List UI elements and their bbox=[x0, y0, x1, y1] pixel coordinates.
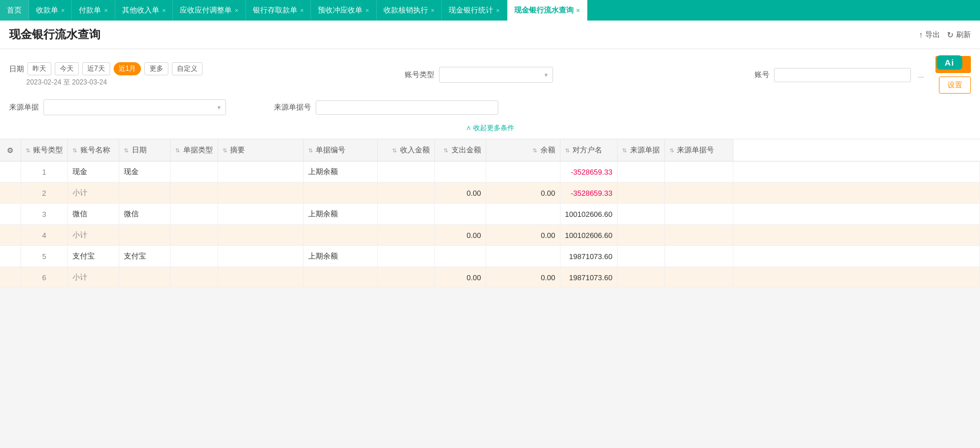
th-label: 余额 bbox=[541, 146, 555, 154]
th-src-doc[interactable]: ⇅ 来源单据 bbox=[617, 139, 664, 162]
top-nav: 首页 收款单 × 付款单 × 其他收入单 × 应收应付调整单 × 银行存取款单 … bbox=[0, 0, 980, 21]
th-label: 账号类型 bbox=[33, 146, 63, 154]
th-gear[interactable]: ⚙ bbox=[0, 139, 21, 162]
td-expense bbox=[486, 162, 560, 183]
nav-item-other-income[interactable]: 其他收入单 × bbox=[115, 0, 173, 21]
nav-close-icon[interactable]: × bbox=[104, 7, 107, 14]
th-label: 来源单据 bbox=[630, 146, 660, 154]
nav-item-cash-bank-flow[interactable]: 现金银行流水查询 × bbox=[507, 0, 587, 21]
sort-icon: ⇅ bbox=[533, 147, 537, 154]
td-src-doc-no bbox=[733, 267, 979, 288]
sort-icon: ⇅ bbox=[26, 147, 30, 154]
dropdown-icon: ▾ bbox=[545, 71, 548, 79]
sort-icon: ⇅ bbox=[392, 147, 397, 154]
table-row[interactable]: 4 小计 0.00 0.00 100102606.60 bbox=[0, 225, 980, 246]
table-row[interactable]: 5 支付宝 支付宝 上期余额 19871073.60 bbox=[0, 246, 980, 267]
td-summary bbox=[303, 183, 377, 204]
date-btn-more[interactable]: 更多 bbox=[144, 62, 168, 75]
date-label: 日期 bbox=[9, 64, 24, 74]
settings-button[interactable]: 设置 bbox=[939, 76, 971, 94]
th-date[interactable]: ⇅ 日期 bbox=[119, 139, 171, 162]
td-income: 0.00 bbox=[434, 183, 486, 204]
more-options-btn[interactable]: ... bbox=[913, 71, 929, 79]
td-expense: 0.00 bbox=[486, 225, 560, 246]
th-counterparty[interactable]: ⇅ 对方户名 bbox=[560, 139, 617, 162]
sort-icon: ⇅ bbox=[175, 147, 180, 154]
td-summary: 上期余额 bbox=[303, 204, 377, 225]
td-src-doc bbox=[664, 162, 733, 183]
th-acct-name[interactable]: ⇅ 账号名称 bbox=[68, 139, 119, 162]
acct-no-input[interactable] bbox=[774, 68, 911, 82]
table-row[interactable]: 2 小计 0.00 0.00 -3528659.33 bbox=[0, 183, 980, 204]
data-table: ⚙ ⇅ 账号类型 ⇅ 账号名称 ⇅ 日期 ⇅ 单据类型 bbox=[0, 139, 980, 288]
nav-item-prepay-offset[interactable]: 预收冲应收单 × bbox=[311, 0, 376, 21]
date-btn-yesterday[interactable]: 昨天 bbox=[27, 62, 51, 75]
nav-close-icon[interactable]: × bbox=[496, 7, 499, 14]
td-acct-type: 微信 bbox=[68, 204, 119, 225]
td-src-doc bbox=[664, 267, 733, 288]
th-balance[interactable]: ⇅ 余额 bbox=[486, 139, 560, 162]
collapse-bar[interactable]: ∧ 收起更多条件 bbox=[9, 121, 971, 134]
td-income: 0.00 bbox=[434, 267, 486, 288]
th-src-doc-no[interactable]: ⇅ 来源单据号 bbox=[664, 139, 733, 162]
td-src-doc-no bbox=[733, 162, 979, 183]
header-actions: ↑ 导出 ↻ 刷新 bbox=[919, 30, 971, 40]
refresh-button[interactable]: ↻ 刷新 bbox=[947, 30, 971, 40]
date-btn-custom[interactable]: 自定义 bbox=[172, 62, 203, 75]
acct-type-select[interactable]: ▾ bbox=[439, 67, 553, 83]
table-row[interactable]: 3 微信 微信 上期余额 100102606.60 bbox=[0, 204, 980, 225]
td-counterparty bbox=[617, 162, 664, 183]
table-row[interactable]: 1 现金 现金 上期余额 -3528659.33 bbox=[0, 162, 980, 183]
nav-close-icon[interactable]: × bbox=[61, 7, 64, 14]
sort-icon: ⇅ bbox=[565, 147, 570, 154]
source-doc-select[interactable]: ▾ bbox=[43, 99, 226, 115]
refresh-icon: ↻ bbox=[947, 30, 954, 39]
nav-item-bank-deposit[interactable]: 银行存取款单 × bbox=[246, 0, 311, 21]
sort-icon: ⇅ bbox=[443, 147, 448, 154]
td-doc-type bbox=[217, 225, 303, 246]
date-btn-1month[interactable]: 近1月 bbox=[114, 62, 142, 75]
table-row[interactable]: 6 小计 0.00 0.00 19871073.60 bbox=[0, 267, 980, 288]
td-doc-type bbox=[217, 162, 303, 183]
th-expense[interactable]: ⇅ 支出金额 bbox=[434, 139, 486, 162]
nav-close-icon[interactable]: × bbox=[235, 7, 238, 14]
nav-item-home[interactable]: 首页 bbox=[0, 0, 29, 21]
td-expense bbox=[486, 204, 560, 225]
filter-row-2: 来源单据 ▾ 来源单据号 bbox=[9, 99, 971, 115]
nav-close-icon[interactable]: × bbox=[162, 7, 166, 14]
th-doc-no[interactable]: ⇅ 单据编号 bbox=[303, 139, 377, 162]
nav-close-icon[interactable]: × bbox=[300, 7, 304, 14]
source-doc-no-input[interactable] bbox=[316, 100, 498, 115]
nav-item-payment[interactable]: 付款单 × bbox=[72, 0, 115, 21]
td-acct-name bbox=[119, 267, 171, 288]
td-counterparty bbox=[617, 204, 664, 225]
nav-close-icon[interactable]: × bbox=[365, 7, 369, 14]
td-acct-type: 小计 bbox=[68, 267, 119, 288]
th-acct-type[interactable]: ⇅ 账号类型 bbox=[21, 139, 68, 162]
nav-label: 银行存取款单 bbox=[253, 5, 297, 15]
refresh-label: 刷新 bbox=[956, 30, 971, 40]
export-button[interactable]: ↑ 导出 bbox=[919, 30, 940, 40]
td-income bbox=[434, 162, 486, 183]
nav-item-collection-exec[interactable]: 收款核销执行 × bbox=[377, 0, 442, 21]
td-summary: 上期余额 bbox=[303, 162, 377, 183]
td-income: 0.00 bbox=[434, 225, 486, 246]
td-row-idx: 4 bbox=[21, 225, 68, 246]
td-acct-name: 微信 bbox=[119, 204, 171, 225]
th-doc-type[interactable]: ⇅ 单据类型 bbox=[171, 139, 218, 162]
collapse-icon: ∧ bbox=[466, 124, 471, 132]
nav-close-icon[interactable]: × bbox=[431, 7, 434, 14]
td-gear bbox=[0, 225, 21, 246]
nav-item-ar-ap-adjust[interactable]: 应收应付调整单 × bbox=[173, 0, 245, 21]
th-income[interactable]: ⇅ 收入金额 bbox=[377, 139, 434, 162]
th-summary[interactable]: ⇅ 摘要 bbox=[217, 139, 303, 162]
nav-item-cash-bank-stats[interactable]: 现金银行统计 × bbox=[442, 0, 507, 21]
td-counterparty bbox=[617, 225, 664, 246]
td-src-doc-no bbox=[733, 225, 979, 246]
nav-close-icon[interactable]: × bbox=[576, 7, 580, 14]
td-date bbox=[171, 183, 218, 204]
td-src-doc bbox=[664, 246, 733, 267]
date-btn-7days[interactable]: 近7天 bbox=[82, 62, 110, 75]
date-btn-today[interactable]: 今天 bbox=[55, 62, 79, 75]
nav-item-receipt[interactable]: 收款单 × bbox=[29, 0, 72, 21]
